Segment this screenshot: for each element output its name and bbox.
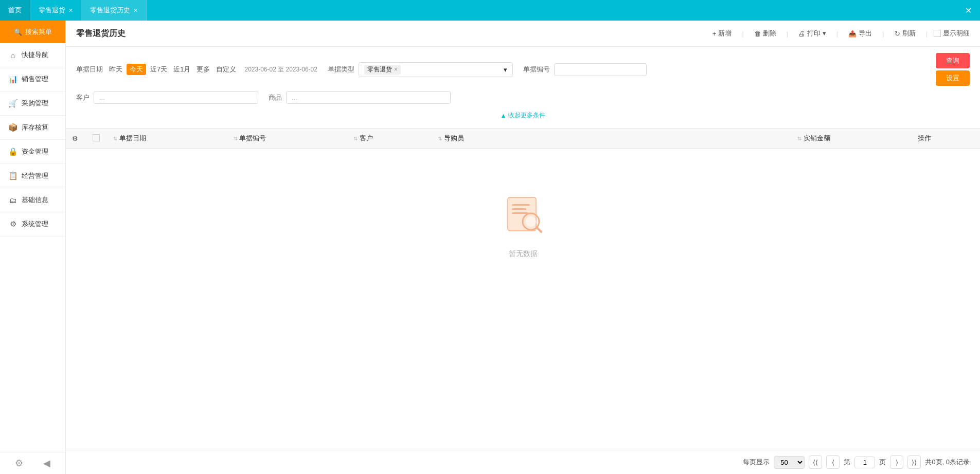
sidebar-item-system-label: 系统管理 xyxy=(22,220,48,229)
sidebar-item-system-mgmt[interactable]: ⚙ 系统管理 xyxy=(0,212,65,236)
query-button[interactable]: 查询 xyxy=(936,53,970,68)
voucher-num-filter: 单据编号 xyxy=(523,63,647,76)
svg-rect-1 xyxy=(512,204,530,206)
voucher-type-tag-close[interactable]: × xyxy=(394,66,398,73)
th-guide[interactable]: ⇅ 导购员 xyxy=(432,129,534,149)
date-opt-today[interactable]: 今天 xyxy=(127,64,146,75)
filter-row-1: 单据日期 昨天 今天 近7天 近1月 更多 自定义 2023-06-02 至 2… xyxy=(76,53,970,86)
sidebar-item-operations-mgmt[interactable]: 📋 经营管理 xyxy=(0,164,65,188)
goods-input[interactable]: ... xyxy=(286,91,451,104)
date-opt-1month[interactable]: 近1月 xyxy=(171,64,192,75)
sidebar-item-quick-nav[interactable]: ⌂ 快捷导航 xyxy=(0,43,65,67)
voucher-type-select[interactable]: 零售退货 × ▾ xyxy=(359,62,513,77)
export-button[interactable]: 📤 导出 xyxy=(844,27,876,40)
new-button[interactable]: + 新增 xyxy=(708,27,736,40)
svg-rect-2 xyxy=(512,208,526,210)
operations-icon: 📋 xyxy=(8,171,17,180)
page-number-input[interactable] xyxy=(854,457,875,468)
date-opt-7days[interactable]: 近7天 xyxy=(148,64,169,75)
show-detail-toggle[interactable]: 显示明细 xyxy=(934,29,970,38)
th-date[interactable]: ⇅ 单据日期 xyxy=(107,129,227,149)
tab-retail-return-history[interactable]: 零售退货历史 ✕ xyxy=(82,0,147,21)
capital-icon: 🔒 xyxy=(8,147,17,156)
settings-button[interactable]: 设置 xyxy=(936,70,970,86)
tab-retail-return[interactable]: 零售退货 ✕ xyxy=(30,0,82,21)
page-prev-button[interactable]: ⟨ xyxy=(826,455,840,469)
goods-filter: 商品 ... xyxy=(269,91,451,104)
svg-line-5 xyxy=(537,227,541,232)
tab-retail-return-history-close[interactable]: ✕ xyxy=(133,7,138,14)
header-actions: + 新增 | 🗑 删除 | 🖨 打印 ▾ | 📤 导出 xyxy=(708,27,970,40)
sidebar-item-inventory-label: 库存核算 xyxy=(22,123,48,132)
refresh-icon: ↻ xyxy=(895,30,900,38)
page-size-label: 每页显示 xyxy=(743,458,770,467)
page-next-button[interactable]: ⟩ xyxy=(890,455,903,469)
delete-button[interactable]: 🗑 删除 xyxy=(750,27,780,40)
collapse-label: 收起更多条件 xyxy=(508,111,545,120)
sidebar-item-capital-mgmt[interactable]: 🔒 资金管理 xyxy=(0,140,65,164)
goods-placeholder: ... xyxy=(292,94,297,101)
print-button[interactable]: 🖨 打印 ▾ xyxy=(794,27,830,40)
settings-icon[interactable]: ⚙ xyxy=(15,458,23,469)
voucher-type-tag: 零售退货 × xyxy=(364,65,401,75)
empty-text: 暂无数据 xyxy=(509,249,538,259)
voucher-type-tag-text: 零售退货 xyxy=(367,65,392,74)
voucher-num-input[interactable] xyxy=(554,63,647,76)
th-amount[interactable]: ⇅ 实销金额 xyxy=(791,129,912,149)
empty-state: 暂无数据 xyxy=(66,149,980,300)
collapse-sidebar-icon[interactable]: ◀ xyxy=(43,458,50,469)
window-close-button[interactable]: ✕ xyxy=(957,6,980,15)
page-first-button[interactable]: ⟨⟨ xyxy=(809,455,822,469)
refresh-button[interactable]: ↻ 刷新 xyxy=(890,27,920,40)
table-section: ⚙ ⇅ 单据日期 ⇅ 单据编号 ⇅ 客户 ⇅ 导购员 ⇅ 实销金额 操作 xyxy=(66,129,980,450)
sidebar-item-sales-label: 销售管理 xyxy=(22,75,48,84)
sidebar-item-quick-nav-label: 快捷导航 xyxy=(22,50,48,60)
sidebar-item-capital-label: 资金管理 xyxy=(22,147,48,156)
date-opt-yesterday[interactable]: 昨天 xyxy=(107,64,124,75)
sidebar-item-basic-info[interactable]: 🗂 基础信息 xyxy=(0,188,65,212)
refresh-label: 刷新 xyxy=(902,29,916,38)
empty-illustration xyxy=(497,190,549,241)
sidebar-item-purchase-mgmt[interactable]: 🛒 采购管理 xyxy=(0,92,65,116)
voucher-num-label: 单据编号 xyxy=(523,65,550,74)
sidebar-item-sales-mgmt[interactable]: 📊 销售管理 xyxy=(0,67,65,92)
print-icon: 🖨 xyxy=(798,30,805,38)
search-icon: 🔍 xyxy=(14,28,22,36)
sidebar-item-inventory-calc[interactable]: 📦 库存核算 xyxy=(0,116,65,140)
page-size-select[interactable]: 50 10 20 100 xyxy=(774,456,805,469)
collapse-bar[interactable]: ▲ 收起更多条件 xyxy=(76,109,970,122)
purchase-icon: 🛒 xyxy=(8,99,17,108)
date-filter: 单据日期 昨天 今天 近7天 近1月 更多 自定义 2023-06-02 至 2… xyxy=(76,64,317,75)
customer-input[interactable]: ... xyxy=(94,91,258,104)
main-layout: 🔍 搜索菜单 ⌂ 快捷导航 📊 销售管理 🛒 采购管理 📦 库存核算 🔒 资金管… xyxy=(0,21,980,474)
th-action: 操作 xyxy=(912,129,980,149)
th-customer[interactable]: ⇅ 客户 xyxy=(347,129,432,149)
page-header: 零售退货历史 + 新增 | 🗑 删除 | 🖨 打印 ▾ | � xyxy=(66,21,980,47)
page-last-button[interactable]: ⟩⟩ xyxy=(907,455,921,469)
th-settings[interactable]: ⚙ xyxy=(66,129,86,149)
date-opt-custom[interactable]: 自定义 xyxy=(214,64,238,75)
tab-retail-return-label: 零售退货 xyxy=(39,6,65,15)
basic-info-icon: 🗂 xyxy=(8,195,17,205)
page-unit: 页 xyxy=(879,458,886,467)
svg-rect-3 xyxy=(512,212,528,214)
search-menu-button[interactable]: 🔍 搜索菜单 xyxy=(0,21,65,43)
th-checkbox[interactable] xyxy=(86,129,107,149)
tab-home[interactable]: 首页 xyxy=(0,0,30,21)
collapse-up-icon: ▲ xyxy=(501,112,507,119)
inventory-icon: 📦 xyxy=(8,123,17,132)
th-number[interactable]: ⇅ 单据编号 xyxy=(227,129,348,149)
sidebar-item-operations-label: 经营管理 xyxy=(22,171,48,180)
show-detail-checkbox[interactable] xyxy=(934,30,941,37)
customer-label: 客户 xyxy=(76,93,90,102)
voucher-type-label: 单据类型 xyxy=(328,65,354,74)
print-label: 打印 ▾ xyxy=(807,29,826,38)
date-range-display: 2023-06-02 至 2023-06-02 xyxy=(244,65,317,74)
data-table: ⚙ ⇅ 单据日期 ⇅ 单据编号 ⇅ 客户 ⇅ 导购员 ⇅ 实销金额 操作 xyxy=(66,129,980,149)
date-opt-more[interactable]: 更多 xyxy=(194,64,212,75)
tab-retail-return-close[interactable]: ✕ xyxy=(68,7,73,14)
search-menu-label: 搜索菜单 xyxy=(25,27,52,37)
filter-row-2: 客户 ... 商品 ... xyxy=(76,91,970,104)
date-options: 昨天 今天 近7天 近1月 更多 自定义 xyxy=(107,64,238,75)
sidebar-item-purchase-label: 采购管理 xyxy=(22,99,48,108)
